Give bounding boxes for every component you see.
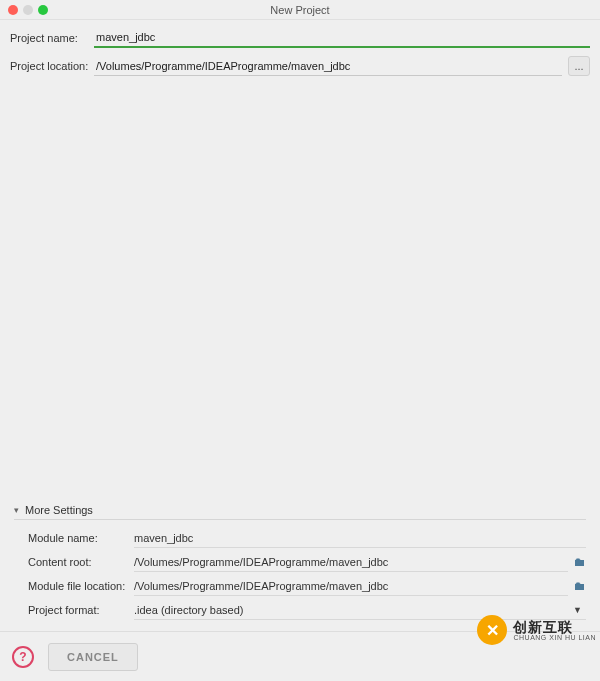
project-location-label: Project location:	[10, 60, 94, 72]
content-root-label: Content root:	[28, 556, 134, 568]
project-name-label: Project name:	[10, 32, 94, 44]
more-settings-header[interactable]: ▾ More Settings	[14, 504, 586, 520]
content-root-input[interactable]: /Volumes/Programme/IDEAProgramme/maven_j…	[134, 552, 568, 572]
chevron-down-icon: ▼	[573, 605, 586, 615]
project-format-value: .idea (directory based)	[134, 604, 243, 616]
titlebar: New Project	[0, 0, 600, 20]
project-format-label: Project format:	[28, 604, 134, 616]
window-controls	[8, 5, 48, 15]
close-icon[interactable]	[8, 5, 18, 15]
folder-icon[interactable]: 🖿	[574, 555, 586, 569]
project-location-input[interactable]	[94, 56, 562, 76]
window-title: New Project	[0, 4, 600, 16]
module-name-value: maven_jdbc	[134, 532, 193, 544]
footer: ? CANCEL	[0, 631, 600, 681]
help-button[interactable]: ?	[12, 646, 34, 668]
module-name-label: Module name:	[28, 532, 134, 544]
minimize-icon	[23, 5, 33, 15]
folder-icon[interactable]: 🖿	[574, 579, 586, 593]
module-file-location-value: /Volumes/Programme/IDEAProgramme/maven_j…	[134, 580, 388, 592]
chevron-down-icon: ▾	[14, 505, 19, 515]
content-root-value: /Volumes/Programme/IDEAProgramme/maven_j…	[134, 556, 388, 568]
more-settings-label: More Settings	[25, 504, 93, 516]
project-name-input[interactable]	[94, 28, 590, 48]
cancel-button[interactable]: CANCEL	[48, 643, 138, 671]
project-format-select[interactable]: .idea (directory based) ▼	[134, 600, 586, 620]
module-file-location-input[interactable]: /Volumes/Programme/IDEAProgramme/maven_j…	[134, 576, 568, 596]
module-name-input[interactable]: maven_jdbc	[134, 528, 586, 548]
module-file-location-label: Module file location:	[28, 580, 134, 592]
empty-space	[0, 84, 600, 504]
zoom-icon[interactable]	[38, 5, 48, 15]
browse-location-button[interactable]: ...	[568, 56, 590, 76]
